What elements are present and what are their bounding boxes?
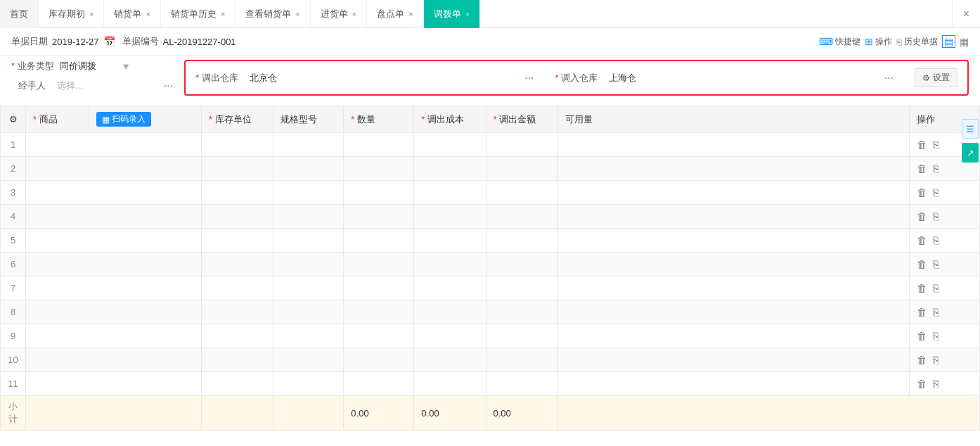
tab-close-inventory-init[interactable]: × [89, 10, 94, 18]
layout-btn1[interactable]: ▤ [942, 35, 955, 48]
copy-icon[interactable]: ⎘ [933, 210, 939, 222]
row-product[interactable] [26, 300, 202, 324]
row-transfer-amount[interactable] [486, 324, 557, 348]
row-unit[interactable] [202, 372, 273, 396]
row-transfer-cost[interactable] [414, 133, 486, 157]
tab-close-sales-history[interactable]: × [221, 10, 225, 18]
out-warehouse-value[interactable]: 北京仓 [250, 72, 277, 84]
tab-sales-history[interactable]: 销货单历史 × [161, 0, 236, 28]
row-transfer-cost[interactable] [414, 276, 486, 300]
row-quantity[interactable] [344, 205, 414, 229]
business-type-dropdown-icon[interactable]: ▼ [122, 61, 131, 72]
row-transfer-amount[interactable] [486, 253, 557, 276]
row-transfer-amount[interactable] [486, 133, 557, 157]
row-transfer-amount[interactable] [486, 300, 557, 324]
row-product[interactable] [26, 181, 202, 205]
out-warehouse-ellipsis[interactable]: ··· [524, 72, 534, 84]
row-spec[interactable] [273, 300, 344, 324]
row-product[interactable] [26, 133, 202, 157]
row-transfer-amount[interactable] [486, 348, 557, 372]
handler-input[interactable]: 选择... [57, 79, 83, 92]
row-quantity[interactable] [344, 133, 414, 157]
row-product[interactable] [26, 205, 202, 229]
tab-inventory-init[interactable]: 库存期初 × [39, 0, 104, 28]
row-product[interactable] [26, 324, 202, 348]
row-quantity[interactable] [344, 229, 414, 253]
row-spec[interactable] [273, 157, 344, 181]
copy-icon[interactable]: ⎘ [933, 234, 939, 246]
th-settings[interactable]: ⚙ [1, 106, 26, 133]
copy-icon[interactable]: ⎘ [933, 306, 939, 318]
layout-btn2[interactable]: ▦ [960, 36, 969, 47]
row-transfer-amount[interactable] [486, 205, 557, 229]
scan-enter-btn[interactable]: ▦ 扫码录入 [96, 112, 151, 127]
row-spec[interactable] [273, 276, 344, 300]
row-unit[interactable] [202, 253, 273, 276]
row-product[interactable] [26, 348, 202, 372]
delete-icon[interactable]: 🗑 [917, 210, 927, 222]
copy-icon[interactable]: ⎘ [933, 258, 939, 270]
delete-icon[interactable]: 🗑 [917, 306, 927, 318]
row-transfer-cost[interactable] [414, 372, 486, 396]
date-value[interactable]: 2019-12-27 [52, 37, 99, 47]
shortcut-key-btn[interactable]: ⌨ 快捷键 [819, 36, 860, 48]
row-unit[interactable] [202, 348, 273, 372]
row-transfer-cost[interactable] [414, 348, 486, 372]
row-transfer-amount[interactable] [486, 372, 557, 396]
history-btn[interactable]: ⎗ 历史单据 [896, 36, 938, 48]
tab-sales-order[interactable]: 销货单 × [104, 0, 160, 28]
row-product[interactable] [26, 372, 202, 396]
settings-button[interactable]: ⚙ 设置 [915, 68, 958, 87]
float-list-btn[interactable]: ☰ [962, 119, 979, 139]
in-warehouse-value[interactable]: 上海仓 [609, 72, 636, 84]
copy-icon[interactable]: ⎘ [933, 282, 939, 294]
row-transfer-amount[interactable] [486, 157, 557, 181]
row-spec[interactable] [273, 229, 344, 253]
row-unit[interactable] [202, 205, 273, 229]
row-spec[interactable] [273, 253, 344, 276]
row-transfer-cost[interactable] [414, 300, 486, 324]
delete-icon[interactable]: 🗑 [917, 378, 927, 390]
row-unit[interactable] [202, 229, 273, 253]
row-transfer-amount[interactable] [486, 276, 557, 300]
delete-icon[interactable]: 🗑 [917, 186, 927, 198]
tab-close-purchase-order[interactable]: × [352, 10, 356, 18]
tab-home[interactable]: 首页 [0, 0, 39, 28]
row-transfer-cost[interactable] [414, 205, 486, 229]
row-product[interactable] [26, 229, 202, 253]
row-transfer-cost[interactable] [414, 157, 486, 181]
row-spec[interactable] [273, 372, 344, 396]
row-unit[interactable] [202, 276, 273, 300]
copy-icon[interactable]: ⎘ [933, 139, 939, 151]
row-quantity[interactable] [344, 324, 414, 348]
row-transfer-cost[interactable] [414, 253, 486, 276]
delete-icon[interactable]: 🗑 [917, 163, 927, 174]
row-spec[interactable] [273, 181, 344, 205]
row-spec[interactable] [273, 324, 344, 348]
row-unit[interactable] [202, 133, 273, 157]
copy-icon[interactable]: ⎘ [933, 378, 939, 390]
tab-purchase-order[interactable]: 进货单 × [311, 0, 367, 28]
row-unit[interactable] [202, 181, 273, 205]
window-close-button[interactable]: × [952, 0, 980, 28]
row-spec[interactable] [273, 205, 344, 229]
copy-icon[interactable]: ⎘ [933, 163, 939, 174]
row-transfer-cost[interactable] [414, 181, 486, 205]
copy-icon[interactable]: ⎘ [933, 354, 939, 366]
delete-icon[interactable]: 🗑 [917, 139, 927, 151]
in-warehouse-ellipsis[interactable]: ··· [884, 72, 894, 84]
business-type-select[interactable]: 同价调拨 ▼ [60, 60, 172, 72]
delete-icon[interactable]: 🗑 [917, 282, 927, 294]
copy-icon[interactable]: ⎘ [933, 330, 939, 342]
row-spec[interactable] [273, 348, 344, 372]
copy-icon[interactable]: ⎘ [933, 186, 939, 198]
delete-icon[interactable]: 🗑 [917, 234, 927, 246]
row-product[interactable] [26, 253, 202, 276]
delete-icon[interactable]: 🗑 [917, 258, 927, 270]
tab-close-sales-order[interactable]: × [146, 10, 150, 18]
tab-transfer-order[interactable]: 调拨单 × [424, 0, 480, 28]
row-quantity[interactable] [344, 372, 414, 396]
row-unit[interactable] [202, 324, 273, 348]
row-quantity[interactable] [344, 276, 414, 300]
row-spec[interactable] [273, 133, 344, 157]
